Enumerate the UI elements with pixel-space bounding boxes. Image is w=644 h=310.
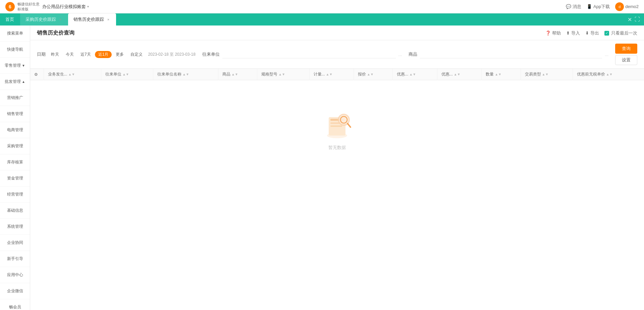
date-custom-btn[interactable]: 自定义 (128, 51, 145, 58)
tab-purchase-history[interactable]: 采购历史价跟踪 × (20, 13, 68, 25)
empty-text: 暂无数据 (328, 145, 346, 151)
close-purchase-tab-icon[interactable]: × (58, 17, 63, 22)
ecommerce-label: 电商管理 (7, 127, 23, 133)
app-selector-label: 办公用品行业模拟账套 (42, 4, 86, 10)
sort-icon: ▲▼ (122, 73, 129, 76)
wholesale-mgmt-label: 批发管理 (5, 79, 21, 85)
page-title-row: 销售历史价查询 ❓ 帮助 ⬆ 导入 ⬇ 导出 ✓ (37, 30, 637, 40)
guide-label: 新手引导 (7, 256, 23, 262)
filter-row: 日期 昨天 今天 近7天 近1月 更多 自定义 2023-02-18 至 202… (30, 40, 644, 69)
sidebar-item-enterprise-wechat[interactable]: 企业微信 (0, 283, 30, 299)
checkbox-checked-icon: ✓ (604, 31, 609, 36)
sidebar-item-operations[interactable]: 经营管理 (0, 187, 30, 203)
sidebar-item-wholesale-mgmt[interactable]: 批发管理 ▲ (0, 74, 30, 90)
table-header-discount1[interactable]: 优惠... ▲▼ (393, 69, 437, 80)
sort-icon: ▲▼ (182, 73, 189, 76)
tab-bar: 首页 采购历史价跟踪 × 销售历史价跟踪 × ✕ ⛶ (0, 13, 644, 25)
table-header-trade-type[interactable]: 交易类型 ▲▼ (521, 69, 573, 80)
date-7days-btn[interactable]: 近7天 (78, 51, 94, 58)
date-1month-btn[interactable]: 近1月 (95, 51, 112, 58)
app-download-button[interactable]: 📱 App下载 (587, 4, 610, 10)
sidebar-item-basic-info[interactable]: 基础信息 (0, 203, 30, 219)
product-input[interactable] (420, 50, 602, 58)
purchase-mgmt-label: 采购管理 (7, 143, 23, 149)
sidebar-item-guide[interactable]: 新手引导 (0, 251, 30, 267)
sidebar-item-ecommerce[interactable]: 电商管理 (0, 122, 30, 138)
table-header-quantity[interactable]: 数量 ▲▼ (482, 69, 521, 80)
table-container: ⚙ 业务发生... ▲▼ 往来单位 ▲▼ (30, 69, 644, 310)
table-header-counterpart-name[interactable]: 往来单位名称 ▲▼ (153, 69, 218, 80)
table-header-counterpart[interactable]: 往来单位 ▲▼ (101, 69, 153, 80)
empty-state: 暂无数据 (30, 80, 644, 177)
expand-icon[interactable]: ⛶ (635, 16, 640, 22)
table-header-unit[interactable]: 计量... ▲▼ (309, 69, 354, 80)
export-button[interactable]: ⬇ 导出 (585, 30, 599, 36)
sidebar-item-search-menu[interactable]: 搜索菜单 (0, 25, 30, 42)
top-bar-right: 💬 消息 📱 App下载 d demo2 (566, 2, 639, 11)
close-all-tabs-icon[interactable]: ✕ (628, 16, 632, 23)
sidebar-item-purchase-mgmt[interactable]: 采购管理 (0, 138, 30, 154)
date-yesterday-btn[interactable]: 昨天 (48, 51, 62, 58)
table-header-product[interactable]: 商品 ▲▼ (218, 69, 257, 80)
sidebar-item-sales-mgmt[interactable]: 销售管理 (0, 106, 30, 122)
table-header-spec[interactable]: 规格型号 ▲▼ (257, 69, 309, 80)
enterprise-wechat-label: 企业微信 (7, 288, 23, 294)
query-button[interactable]: 查询 (615, 44, 637, 54)
table-header-biz-date[interactable]: 业务发生... ▲▼ (44, 69, 101, 80)
table-header-gear[interactable]: ⚙ (30, 69, 44, 80)
settings-button[interactable]: 设置 (615, 55, 637, 65)
page-header: 销售历史价查询 ❓ 帮助 ⬆ 导入 ⬇ 导出 ✓ (30, 25, 644, 40)
table-header-discount2[interactable]: 优惠... ▲▼ (437, 69, 482, 80)
page-actions: ❓ 帮助 ⬆ 导入 ⬇ 导出 ✓ 只看最后一次 (545, 30, 637, 36)
sidebar-item-app-center[interactable]: 应用中心 (0, 267, 30, 283)
sort-icon: ▲▼ (68, 73, 75, 76)
sort-icon: ▲▼ (409, 73, 416, 76)
import-button[interactable]: ⬆ 导入 (566, 30, 580, 36)
tab-home[interactable]: 首页 (0, 13, 19, 25)
enterprise-label: 企业协同 (7, 240, 23, 246)
sidebar-item-system[interactable]: 系统管理 (0, 219, 30, 235)
content-area: 销售历史价查询 ❓ 帮助 ⬆ 导入 ⬇ 导出 ✓ (30, 25, 644, 310)
help-button[interactable]: ❓ 帮助 (545, 30, 561, 36)
sales-history-tab-label: 销售历史价跟踪 (73, 16, 104, 22)
date-more-btn[interactable]: 更多 (113, 51, 126, 58)
counterpart-input[interactable] (222, 50, 396, 58)
app-center-label: 应用中心 (7, 272, 23, 278)
data-table: ⚙ 业务发生... ▲▼ 往来单位 ▲▼ (30, 69, 644, 80)
date-today-btn[interactable]: 今天 (63, 51, 76, 58)
sidebar-item-inventory[interactable]: 库存核算 (0, 154, 30, 170)
sales-mgmt-label: 销售管理 (7, 111, 23, 117)
sort-icon: ▲▼ (326, 73, 333, 76)
top-bar: 6 畅捷信好生意 标准版 办公用品行业模拟账套 ▾ 💬 消息 📱 App下载 d… (0, 0, 644, 13)
sidebar-item-retail-mgmt[interactable]: 零售管理 ▼ (0, 58, 30, 74)
retail-chevron-icon: ▼ (22, 64, 25, 67)
finance-label: 资金管理 (7, 175, 23, 181)
sidebar-item-vip[interactable]: 畅会员 (0, 299, 30, 310)
message-button[interactable]: 💬 消息 (566, 4, 581, 10)
empty-illustration (320, 107, 354, 141)
sidebar-item-quick-nav[interactable]: 快捷导航 (0, 42, 30, 58)
table-header-pre-tax-price[interactable]: 优惠前无税单价 ▲▼ (573, 69, 644, 80)
top-bar-left: 6 畅捷信好生意 标准版 办公用品行业模拟账套 ▾ (5, 2, 89, 12)
table-header-quote[interactable]: 报价 ▲▼ (354, 69, 393, 80)
sort-icon: ▲▼ (367, 73, 374, 76)
product-dots: ... (605, 52, 608, 57)
page-title: 销售历史价查询 (37, 30, 74, 37)
sidebar-item-finance[interactable]: 资金管理 (0, 170, 30, 187)
app-selector[interactable]: 办公用品行业模拟账套 ▾ (42, 4, 89, 10)
date-range-display: 2023-02-18 至 2023-03-18 (148, 52, 195, 57)
sidebar-item-marketing[interactable]: 营销推广 (0, 90, 30, 106)
only-last-checkbox[interactable]: ✓ 只看最后一次 (604, 30, 637, 36)
date-filter-label: 日期 (37, 51, 46, 57)
sidebar-item-enterprise[interactable]: 企业协同 (0, 235, 30, 251)
tab-sales-history[interactable]: 销售历史价跟踪 × (68, 13, 116, 25)
retail-mgmt-label: 零售管理 (5, 63, 21, 68)
counterpart-filter-label: 往来单位 (202, 51, 220, 57)
message-icon: 💬 (566, 4, 571, 9)
inventory-label: 库存核算 (7, 159, 23, 165)
vip-label: 畅会员 (9, 304, 21, 310)
system-label: 系统管理 (7, 224, 23, 229)
user-menu-button[interactable]: d demo2 (615, 2, 639, 11)
counterpart-filter-group: 往来单位 ... (202, 50, 402, 58)
close-sales-tab-icon[interactable]: × (106, 17, 111, 22)
